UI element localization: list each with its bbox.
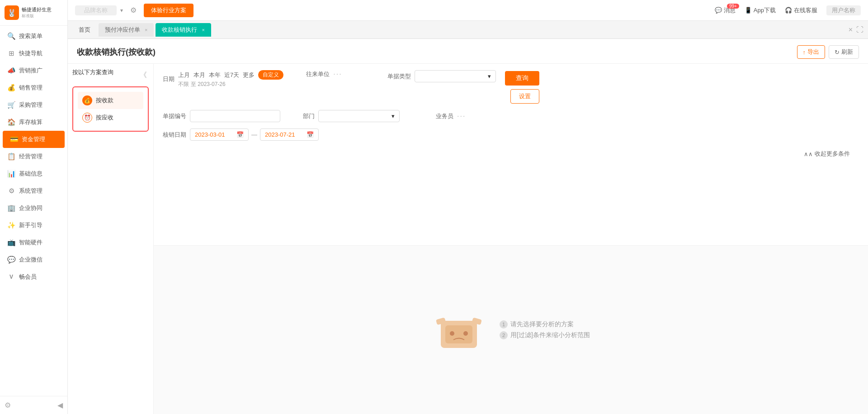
by-receivable-label: 按应收 — [96, 114, 113, 122]
writeoff-date-end-input[interactable]: 2023-07-21 📅 — [260, 128, 319, 141]
logo-icon: 🐰 — [5, 5, 19, 20]
sidebar-item-member[interactable]: V 畅会员 — [0, 268, 67, 286]
basic-icon: 📊 — [7, 170, 15, 178]
doc-no-input[interactable] — [190, 110, 280, 122]
counterparty-field: 往来单位 ··· — [306, 70, 342, 78]
dept-label: 部门 — [303, 112, 315, 120]
svg-rect-1 — [445, 325, 472, 343]
sales-icon: 💰 — [7, 84, 15, 92]
logo-text: 畅捷通好生意 标准版 — [22, 6, 52, 19]
writeoff-date-label: 核销日期 — [163, 131, 186, 139]
sidebar-item-purchase[interactable]: 🛒 采购管理 — [0, 96, 67, 114]
counterparty-input[interactable]: ··· — [333, 70, 342, 78]
writeoff-date-group: 2023-03-01 📅 — 2023-07-21 📅 — [190, 128, 319, 141]
tabs-close-all-icon[interactable]: × — [849, 26, 853, 34]
sidebar-item-sales[interactable]: 💰 销售管理 — [0, 79, 67, 96]
app-icon: 📱 — [745, 7, 752, 14]
tab-home-label: 首页 — [79, 26, 90, 34]
refresh-label: 刷新 — [841, 48, 853, 56]
sidebar-label-inventory: 库存核算 — [19, 118, 42, 126]
date-no-limit-row: 不限 至 2023-07-26 — [178, 81, 283, 88]
export-label: 导出 — [807, 48, 819, 56]
brand-name: 品牌名称 — [75, 5, 117, 15]
page-title: 收款核销执行(按收款) — [77, 47, 156, 57]
operation-icon: 📋 — [7, 152, 15, 161]
sidebar-item-search[interactable]: 🔍 搜索菜单 — [0, 28, 67, 45]
filter-area: 按以下方案查询 《 💰 按收款 ⏰ 按应收 — [68, 64, 868, 414]
message-badge: 99+ — [727, 4, 739, 9]
sidebar-item-wechat[interactable]: 💬 企业微信 — [0, 251, 67, 268]
export-button[interactable]: ↑ 导出 — [797, 45, 826, 59]
tab-prepay[interactable]: 预付冲应付单 × — [99, 23, 154, 37]
filter-right-area: 日期 上月 本月 本年 近7天 更多 自定义 — [154, 64, 868, 414]
shortcut-last-7days[interactable]: 近7天 — [224, 71, 239, 79]
sidebar-item-guide[interactable]: ✨ 新手引导 — [0, 217, 67, 234]
shortcut-last-month[interactable]: 上月 — [178, 71, 190, 79]
enterprise-icon: 🏢 — [7, 204, 15, 212]
tabs-expand-icon[interactable]: ⛶ — [856, 26, 863, 34]
shortcut-more[interactable]: 更多 — [243, 71, 255, 79]
sidebar-item-system[interactable]: ⚙ 系统管理 — [0, 182, 67, 200]
finance-icon: 💳 — [10, 135, 18, 143]
topbar-gear-icon[interactable]: ⚙ — [130, 6, 137, 14]
tab-prepay-close-icon[interactable]: × — [145, 27, 147, 33]
export-icon: ↑ — [803, 49, 806, 56]
sidebar-item-inventory[interactable]: 🏠 库存核算 — [0, 114, 67, 131]
sidebar-item-enterprise[interactable]: 🏢 企业协同 — [0, 200, 67, 217]
sidebar-item-marketing[interactable]: 📣 营销推广 — [0, 62, 67, 79]
hint2-num: 2 — [500, 331, 508, 339]
setting-button[interactable]: 设置 — [510, 89, 539, 104]
shortcut-this-month[interactable]: 本月 — [193, 71, 205, 79]
sidebar-item-finance[interactable]: 💳 资金管理 — [3, 131, 65, 148]
sidebar-item-hardware[interactable]: 📺 智能硬件 — [0, 234, 67, 251]
app-download-button[interactable]: 📱 App下载 — [745, 6, 776, 14]
tab-home[interactable]: 首页 — [72, 23, 97, 37]
search-icon: 🔍 — [7, 32, 15, 40]
logo-line2: 标准版 — [22, 13, 52, 19]
sidebar-item-basic[interactable]: 📊 基础信息 — [0, 165, 67, 182]
sidebar-label-finance: 资金管理 — [22, 135, 45, 143]
tab-receipt-writeoff-close-icon[interactable]: × — [202, 27, 204, 33]
footer-settings-icon[interactable]: ⚙ — [5, 401, 11, 409]
wechat-icon: 💬 — [7, 256, 15, 264]
message-icon: 💬 — [715, 7, 722, 14]
staff-input[interactable]: ··· — [457, 112, 466, 120]
guide-icon: ✨ — [7, 221, 15, 229]
filter-option-by-receivable[interactable]: ⏰ 按应收 — [78, 109, 143, 126]
doc-type-select[interactable]: ▾ — [415, 70, 496, 82]
filter-action-buttons: 查询 设置 — [505, 70, 539, 104]
sidebar-item-operation[interactable]: 📋 经营管理 — [0, 148, 67, 165]
filter-collapse-icon[interactable]: 《 — [138, 69, 149, 82]
empty-hint-2: 2 用[过滤]条件来缩小分析范围 — [500, 331, 590, 339]
refresh-button[interactable]: ↻ 刷新 — [829, 45, 859, 59]
user-info[interactable]: 用户名称 — [826, 5, 861, 15]
shortcut-this-year[interactable]: 本年 — [209, 71, 221, 79]
counterparty-label: 往来单位 — [306, 70, 330, 78]
brand-chevron-icon[interactable]: ▾ — [120, 7, 123, 14]
collapse-up-icon: ∧∧ — [804, 151, 813, 157]
logo-line1: 畅捷通好生意 — [22, 6, 52, 13]
sidebar-item-quick-nav[interactable]: ⊞ 快捷导航 — [0, 45, 67, 62]
dept-select[interactable]: ▾ — [318, 110, 400, 122]
collapse-more-button[interactable]: ∧∧ 收起更多条件 — [804, 147, 850, 161]
message-button[interactable]: 💬 消息 99+ — [715, 6, 736, 14]
date-shortcuts-area: 上月 本月 本年 近7天 更多 自定义 不限 至 2023-07-26 — [178, 70, 283, 88]
shortcut-custom[interactable]: 自定义 — [258, 70, 283, 80]
filter-options-box: 💰 按收款 ⏰ 按应收 — [72, 86, 149, 132]
date-label: 日期 — [163, 75, 175, 83]
svg-point-2 — [450, 331, 454, 336]
app-label: App下载 — [754, 6, 776, 14]
sidebar-label-marketing: 营销推广 — [19, 67, 42, 75]
sidebar-label-sales: 销售管理 — [19, 84, 42, 92]
writeoff-date-start-input[interactable]: 2023-03-01 📅 — [190, 128, 249, 141]
sidebar-label-purchase: 采购管理 — [19, 101, 42, 109]
online-service-button[interactable]: 🎧 在线客服 — [785, 6, 817, 14]
solution-button[interactable]: 体验行业方案 — [144, 4, 193, 17]
query-button[interactable]: 查询 — [505, 71, 539, 86]
filter-left-panel: 按以下方案查询 《 💰 按收款 ⏰ 按应收 — [68, 64, 154, 414]
footer-collapse-icon[interactable]: ◀ — [57, 401, 63, 409]
sidebar-menu: 🔍 搜索菜单 ⊞ 快捷导航 📣 营销推广 💰 销售管理 🛒 采购管理 🏠 库存核… — [0, 26, 67, 396]
tab-receipt-writeoff[interactable]: 收款核销执行 × — [156, 23, 211, 37]
filter-option-by-receipt[interactable]: 💰 按收款 — [78, 92, 143, 109]
collapse-more-label: 收起更多条件 — [815, 150, 850, 158]
